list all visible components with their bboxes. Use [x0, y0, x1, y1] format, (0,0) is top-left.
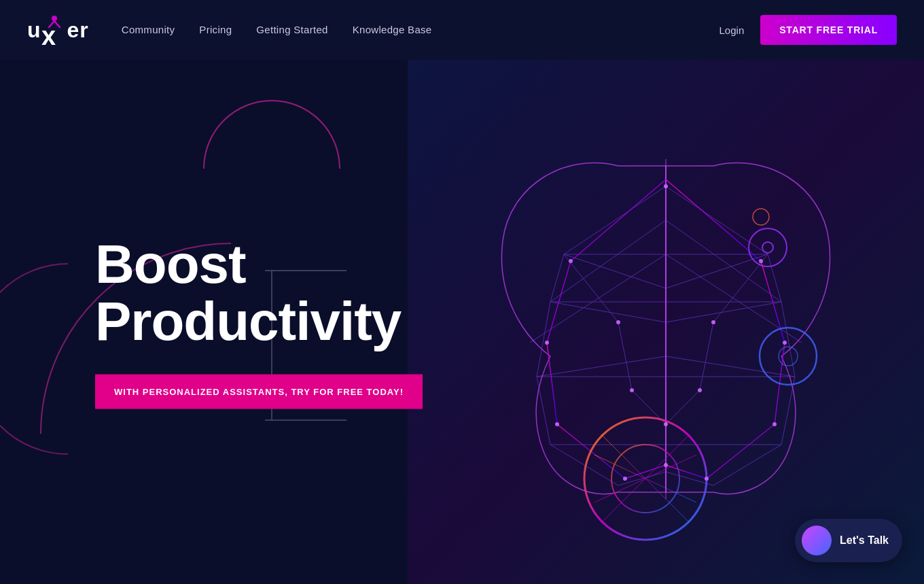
svg-point-58 [664, 184, 668, 188]
svg-line-6 [666, 186, 768, 254]
brain-wireframe-svg [428, 84, 904, 560]
svg-line-44 [707, 424, 775, 479]
svg-point-72 [664, 422, 668, 426]
nav-link-pricing[interactable]: Pricing [199, 24, 232, 35]
logo-x-svg: x [41, 15, 67, 45]
svg-line-25 [537, 356, 666, 377]
svg-point-67 [664, 463, 668, 467]
svg-point-61 [545, 341, 549, 345]
hero-content: Boost Productivity WITH PERSONALIZED ASS… [95, 235, 423, 409]
login-link[interactable]: Login [719, 24, 745, 36]
nav-item-getting-started[interactable]: Getting Started [256, 24, 327, 36]
svg-line-8 [666, 220, 781, 302]
nav-item-knowledge-base[interactable]: Knowledge Base [353, 24, 432, 36]
svg-point-70 [630, 388, 634, 392]
svg-text:x: x [41, 22, 56, 45]
nav-item-community[interactable]: Community [122, 24, 175, 36]
svg-line-5 [564, 186, 666, 254]
logo-x-wrapper: x [41, 15, 67, 45]
start-free-trial-button[interactable]: START FREE TRIAL [760, 15, 897, 45]
nav-link-community[interactable]: Community [122, 24, 175, 35]
svg-point-59 [569, 259, 573, 263]
nav-right: Login START FREE TRIAL [719, 15, 897, 45]
nav-link-knowledge-base[interactable]: Knowledge Base [353, 24, 432, 35]
hero-title: Boost Productivity [95, 235, 423, 349]
svg-point-64 [772, 422, 777, 426]
hero-section: Boost Productivity WITH PERSONALIZED ASS… [0, 60, 924, 584]
nav-left: u x er Co [27, 15, 432, 45]
svg-point-73 [760, 328, 817, 385]
logo-text: u x er [27, 15, 89, 45]
svg-line-46 [666, 465, 707, 479]
nav-item-pricing[interactable]: Pricing [199, 24, 232, 36]
svg-line-30 [700, 322, 713, 390]
logo[interactable]: u x er [27, 15, 89, 45]
lets-talk-widget[interactable]: Let's Talk [795, 519, 902, 562]
lets-talk-avatar [802, 526, 832, 555]
svg-line-37 [571, 179, 666, 261]
svg-line-26 [666, 356, 795, 377]
svg-line-24 [666, 302, 781, 322]
svg-point-62 [783, 341, 787, 345]
lets-talk-label: Let's Talk [840, 534, 889, 547]
svg-line-29 [618, 322, 632, 390]
svg-point-49 [753, 209, 769, 225]
svg-point-68 [616, 320, 620, 324]
hero-cta-button[interactable]: WITH PERSONALIZED ASSISTANTS, TRY FOR FR… [95, 374, 423, 409]
hero-image [408, 60, 924, 584]
logo-part1: u [27, 18, 41, 43]
svg-point-71 [698, 388, 702, 392]
logo-part2: er [67, 18, 89, 43]
svg-point-48 [762, 242, 773, 253]
hero-title-line2: Productivity [95, 290, 401, 351]
svg-line-41 [547, 343, 557, 424]
nav-link-getting-started[interactable]: Getting Started [256, 24, 327, 35]
svg-line-21 [564, 254, 666, 288]
logo-x: x [41, 16, 67, 40]
hero-title-line1: Boost [95, 233, 246, 294]
svg-point-60 [759, 259, 763, 263]
svg-point-69 [711, 320, 715, 324]
svg-point-66 [705, 477, 709, 481]
svg-point-63 [555, 422, 559, 426]
svg-line-38 [666, 179, 761, 261]
svg-point-65 [623, 477, 627, 481]
svg-point-47 [749, 228, 787, 267]
svg-line-23 [550, 302, 666, 322]
svg-line-7 [550, 220, 666, 302]
svg-line-11 [550, 254, 564, 302]
svg-line-32 [666, 390, 700, 424]
nav-links: Community Pricing Getting Started Knowle… [122, 24, 432, 36]
svg-line-12 [768, 254, 781, 302]
svg-line-27 [564, 254, 618, 322]
navbar: u x er Co [0, 0, 924, 60]
